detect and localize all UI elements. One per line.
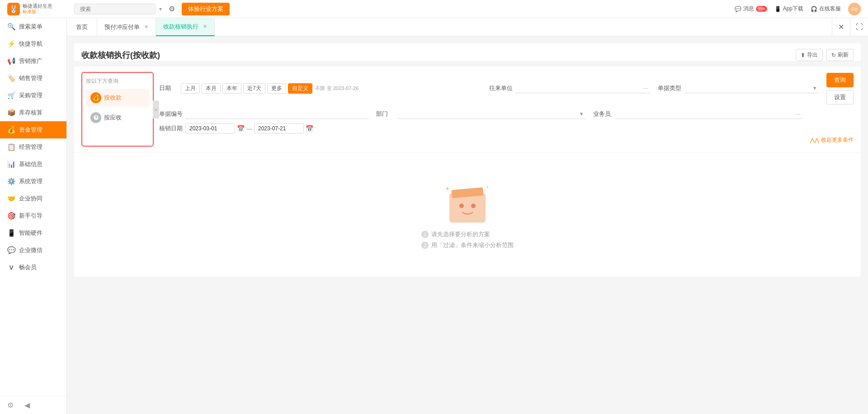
message-button[interactable]: 💬 消息 99+ [735, 5, 767, 13]
dept-label: 部门 [376, 110, 395, 118]
sidebar-item-system[interactable]: ⚙️ 系统管理 [0, 173, 66, 190]
app-download-label: App下载 [783, 5, 803, 13]
verify-date-end-input[interactable] [254, 124, 304, 133]
sidebar-collapse-btn[interactable]: ◀ [24, 401, 30, 409]
sidebar-item-basic[interactable]: 📊 基础信息 [0, 156, 66, 173]
sidebar-item-wecom[interactable]: 💬 企业微信 [0, 242, 66, 259]
tab-verify[interactable]: 收款核销执行 ✕ [156, 18, 215, 36]
dept-select[interactable]: ▾ [398, 109, 586, 119]
filter-wrapper: 按以下方查询 💰 按收款 🕐 按应收 » [74, 67, 861, 152]
tab-prepay[interactable]: 预付冲应付单 ✕ [97, 18, 156, 36]
sidebar-item-quicknav[interactable]: ⚡ 快捷导航 [0, 35, 66, 52]
industry-button[interactable]: 体验行业方案 [182, 3, 230, 15]
page-title-row: 收款核销执行(按收款) ⬆ 导出 ↻ 刷新 [81, 49, 854, 61]
search-chevron-icon[interactable]: ▾ [159, 6, 162, 12]
logo-text: 畅捷通好生意 标准版 [23, 3, 52, 14]
wecom-icon: 💬 [7, 246, 15, 254]
date-btn-7days[interactable]: 近7天 [243, 83, 265, 94]
voucherno-input[interactable] [185, 109, 369, 119]
verify-date-end-calendar-icon[interactable]: 📅 [306, 125, 313, 132]
date-btn-custom[interactable]: 自定义 [288, 83, 312, 94]
sidebar-item-guide[interactable]: 🎯 新手引导 [0, 207, 66, 224]
tab-prepay-close-icon[interactable]: ✕ [144, 24, 148, 30]
sidebar-item-member[interactable]: V 畅会员 [0, 259, 66, 276]
query-button[interactable]: 查询 [826, 73, 854, 87]
message-label: 消息 [743, 5, 754, 13]
voucherno-field: 单据编号 [159, 109, 369, 119]
sidebar-item-finance[interactable]: 💰 资金管理 [0, 121, 66, 138]
basic-icon: 📊 [7, 160, 15, 168]
sidebar-label-purchase: 采购管理 [19, 91, 42, 100]
gear-button[interactable]: ⚙ [165, 3, 178, 15]
tab-verify-close-icon[interactable]: ✕ [203, 24, 207, 29]
sidebar-settings-btn[interactable]: ⚙ [7, 401, 14, 409]
date-to-text: 至 2023-07-26 [327, 85, 359, 92]
sidebar-item-collab[interactable]: 🤝 企业协同 [0, 190, 66, 207]
date-btn-more[interactable]: 更多 [267, 83, 286, 94]
empty-state: ✦ ✦ 1 请先选择要分析的方案 2 用「过滤」条件来缩小分析范围 [74, 152, 861, 276]
tab-expand-button[interactable]: ⛶ [850, 18, 868, 36]
tabs-right: ✕ ⛶ [832, 18, 868, 36]
collapse-conditions-btn[interactable]: ⋀⋀ 收起更多条件 [159, 133, 854, 147]
empty-tip-1: 请先选择要分析的方案 [431, 230, 490, 238]
voucherno-label: 单据编号 [159, 110, 183, 118]
guide-icon: 🎯 [7, 212, 15, 220]
date-btn-thismonth[interactable]: 本月 [202, 83, 221, 94]
app-icon: 📱 [774, 6, 781, 12]
sidebar-label-hardware: 智能硬件 [19, 229, 42, 237]
setting-button[interactable]: 设置 [826, 90, 854, 105]
sidebar-item-operation[interactable]: 📋 经营管理 [0, 138, 66, 156]
empty-line-2: 2 用「过滤」条件来缩小分析范围 [421, 241, 514, 249]
member-icon: V [7, 264, 15, 271]
sidebar-item-hardware[interactable]: 📱 智能硬件 [0, 224, 66, 242]
page-title: 收款核销执行(按收款) [81, 50, 160, 61]
filter-collapse-btn[interactable]: » [153, 100, 159, 119]
verify-date-start-input[interactable] [185, 124, 235, 133]
filter-left-panel: 按以下方查询 💰 按收款 🕐 按应收 » [81, 72, 154, 147]
verify-date-start-calendar-icon[interactable]: 📅 [237, 125, 245, 132]
search-input[interactable] [74, 4, 156, 14]
sidebar-label-finance: 资金管理 [19, 126, 42, 134]
sidebar-item-marketing[interactable]: 📢 营销推广 [0, 52, 66, 70]
counterparty-select[interactable]: ··· [515, 83, 651, 93]
empty-svg: ✦ ✦ [440, 180, 495, 225]
message-icon: 💬 [735, 6, 741, 12]
sidebar-label-inventory: 库存核算 [19, 109, 42, 117]
counterparty-field: 往来单位 ··· [489, 83, 651, 93]
filter-mode-receivable[interactable]: 🕐 按应收 [86, 109, 149, 127]
tab-close-button[interactable]: ✕ [832, 18, 850, 36]
empty-illustration: ✦ ✦ [440, 180, 495, 225]
verify-date-label: 核销日期 [159, 124, 183, 133]
refresh-button[interactable]: ↻ 刷新 [826, 49, 854, 61]
staff-select[interactable]: ··· [615, 109, 803, 119]
page-header: 收款核销执行(按收款) ⬆ 导出 ↻ 刷新 [74, 43, 861, 61]
avatar[interactable]: Rit [848, 3, 861, 15]
svg-text:✦: ✦ [486, 185, 489, 190]
collapse-conditions-label: 收起更多条件 [821, 136, 854, 144]
app-download-button[interactable]: 📱 App下载 [774, 5, 803, 13]
online-service-button[interactable]: 🎧 在线客服 [811, 5, 841, 13]
message-badge: 99+ [756, 6, 767, 12]
sidebar-item-inventory[interactable]: 📦 库存核算 [0, 104, 66, 121]
verify-date-field: 核销日期 📅 — 📅 [159, 124, 474, 133]
tab-home[interactable]: 首页 [67, 18, 97, 36]
dept-field: 部门 ▾ [376, 109, 586, 119]
date-btn-thisyear[interactable]: 本年 [222, 83, 241, 94]
dept-chevron-icon: ▾ [580, 110, 583, 117]
filter-rows: 日期 上月 本月 本年 近7天 更多 自定义 不限 至 2023-07-26 [159, 72, 854, 133]
export-button[interactable]: ⬆ 导出 [796, 49, 823, 61]
sidebar-label-member: 畅会员 [19, 263, 37, 271]
service-icon: 🎧 [811, 6, 817, 12]
staff-field: 业务员 ··· [593, 109, 803, 119]
staff-label: 业务员 [593, 110, 612, 118]
vouchertype-select[interactable]: ▾ [684, 83, 819, 93]
svg-point-3 [471, 204, 476, 208]
sidebar-item-sales[interactable]: 🏷️ 销售管理 [0, 70, 66, 87]
filter-panel-title: 按以下方查询 [86, 77, 149, 85]
sidebar-item-purchase[interactable]: 🛒 采购管理 [0, 87, 66, 104]
filter-mode-receipt[interactable]: 💰 按收款 [86, 89, 149, 107]
tab-prepay-label: 预付冲应付单 [104, 23, 140, 31]
sidebar-item-search[interactable]: 🔍 搜索菜单 [0, 18, 66, 35]
date-btn-lastmonth[interactable]: 上月 [181, 83, 200, 94]
sidebar-bottom: ⚙ ◀ [0, 396, 66, 414]
